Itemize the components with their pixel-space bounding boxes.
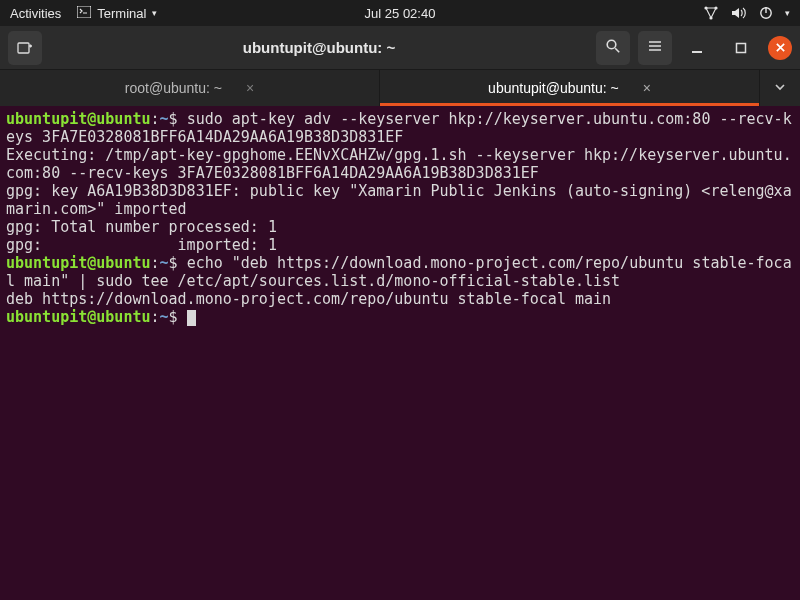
tab-menu-button[interactable] (760, 70, 800, 106)
terminal-output-line: gpg: key A6A19B38D3D831EF: public key "X… (6, 182, 794, 218)
app-menu-label: Terminal (97, 6, 146, 21)
tab-close-icon[interactable]: × (643, 80, 651, 96)
svg-rect-8 (692, 51, 702, 53)
svg-rect-6 (18, 43, 29, 53)
tab-label: ubuntupit@ubuntu: ~ (488, 80, 619, 96)
clock[interactable]: Jul 25 02:40 (365, 6, 436, 21)
svg-rect-0 (77, 6, 91, 18)
terminal-command-line: ubuntupit@ubuntu:~$ sudo apt-key adv --k… (6, 110, 794, 146)
clock-text: Jul 25 02:40 (365, 6, 436, 21)
gnome-topbar: Activities Terminal ▾ Jul 25 02:40 ▾ (0, 0, 800, 26)
terminal-tabstrip: root@ubuntu: ~ × ubuntupit@ubuntu: ~ × (0, 70, 800, 106)
svg-rect-5 (765, 7, 766, 13)
terminal-viewport[interactable]: ubuntupit@ubuntu:~$ sudo apt-key adv --k… (0, 106, 800, 330)
prompt: ubuntupit@ubuntu:~$ (6, 110, 187, 128)
terminal-command-line: ubuntupit@ubuntu:~$ echo "deb https://do… (6, 254, 794, 290)
terminal-icon (77, 6, 91, 21)
terminal-command-line: ubuntupit@ubuntu:~$ (6, 308, 794, 326)
terminal-output-line: gpg: Total number processed: 1 (6, 218, 794, 236)
search-button[interactable] (596, 31, 630, 65)
activities-label: Activities (10, 6, 61, 21)
tab-close-icon[interactable]: × (246, 80, 254, 96)
svg-point-7 (607, 40, 616, 49)
close-button[interactable] (768, 36, 792, 60)
tab-label: root@ubuntu: ~ (125, 80, 222, 96)
svg-rect-9 (737, 43, 746, 52)
new-tab-button[interactable] (8, 31, 42, 65)
tab-user[interactable]: ubuntupit@ubuntu: ~ × (380, 70, 760, 106)
menu-button[interactable] (638, 31, 672, 65)
window-headerbar: ubuntupit@ubuntu: ~ (0, 26, 800, 70)
activities-button[interactable]: Activities (10, 6, 61, 21)
maximize-button[interactable] (724, 31, 758, 65)
hamburger-icon (647, 38, 663, 57)
power-icon[interactable] (759, 6, 773, 20)
terminal-output-line: Executing: /tmp/apt-key-gpghome.EENvXCAH… (6, 146, 794, 182)
minimize-button[interactable] (680, 31, 714, 65)
close-icon (775, 39, 786, 56)
prompt: ubuntupit@ubuntu:~$ (6, 254, 187, 272)
app-menu[interactable]: Terminal ▾ (77, 6, 157, 21)
network-icon[interactable] (703, 6, 719, 20)
search-icon (605, 38, 621, 57)
chevron-down-icon: ▾ (152, 8, 157, 18)
volume-icon[interactable] (731, 6, 747, 20)
terminal-output-line: deb https://download.mono-project.com/re… (6, 290, 794, 308)
chevron-down-icon (774, 80, 786, 96)
tab-root[interactable]: root@ubuntu: ~ × (0, 70, 380, 106)
chevron-down-icon: ▾ (785, 8, 790, 18)
terminal-output-line: gpg: imported: 1 (6, 236, 794, 254)
cursor (187, 310, 196, 326)
prompt: ubuntupit@ubuntu:~$ (6, 308, 187, 326)
window-title: ubuntupit@ubuntu: ~ (50, 39, 588, 56)
